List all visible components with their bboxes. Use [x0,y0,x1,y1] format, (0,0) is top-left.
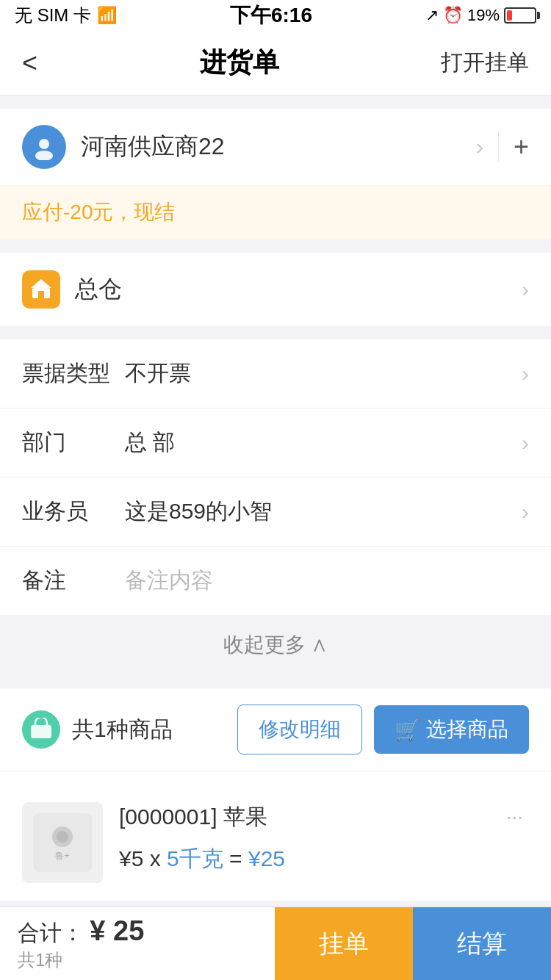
dept-label: 部门 [22,428,118,458]
back-button[interactable]: < [22,48,37,79]
product-icon [22,710,60,749]
invoice-value: 不开票 [118,359,514,389]
footer: 合计： ¥ 25 共1种 挂单 结算 [0,907,551,980]
avatar [22,125,66,169]
page-title: 进货单 [200,45,279,81]
remark-row[interactable]: 备注 备注内容 [0,547,551,615]
product-count: 共1种商品 [72,715,237,745]
open-hang-button[interactable]: 打开挂单 [441,48,529,78]
battery-percent: 19% [467,6,500,25]
warehouse-section: 总仓 › [0,253,551,326]
battery-icon [504,7,536,24]
remark-label: 备注 [22,566,118,596]
supplier-name: 河南供应商22 [81,131,476,163]
remark-input[interactable]: 备注内容 [118,566,529,596]
total-amount-line: 合计： ¥ 25 [18,915,257,948]
sales-value: 这是859的小智 [118,497,514,527]
product-section: 共1种商品 修改明细 🛒 选择商品 鲁+ [0000001] 苹果 ¥5 x [0,688,551,901]
product-header: 共1种商品 修改明细 🛒 选择商品 [0,688,551,771]
collapse-bar[interactable]: 收起更多 ∧ [0,615,551,675]
battery-fill [507,10,512,21]
dept-row[interactable]: 部门 总 部 › [0,408,551,478]
warehouse-row[interactable]: 总仓 › [0,253,551,326]
product-item: 鲁+ [0000001] 苹果 ¥5 x 5千克 = ¥25 ··· [0,785,551,901]
svg-marker-3 [31,279,51,288]
carrier-text: 无 SIM 卡 [15,4,91,27]
equals-sign: = [229,846,248,871]
svg-rect-4 [38,291,44,298]
warehouse-chevron-icon: › [522,277,529,302]
status-bar: 无 SIM 卡 📶 下午6:16 ↗ ⏰ 19% [0,0,551,31]
location-icon: ↗ [425,6,439,25]
product-price-line: ¥5 x 5千克 = ¥25 [119,844,500,874]
invoice-type-row[interactable]: 票据类型 不开票 › [0,339,551,408]
quantity: 5千克 [167,846,223,871]
product-name: [0000001] 苹果 [119,802,500,832]
status-right: ↗ ⏰ 19% [425,6,536,25]
select-product-button[interactable]: 🛒 选择商品 [374,705,529,754]
total-amount: ¥ 25 [90,915,144,946]
invoice-chevron-icon: › [522,361,529,386]
product-info: [0000001] 苹果 ¥5 x 5千克 = ¥25 [119,802,500,874]
invoice-label: 票据类型 [22,359,118,389]
dept-chevron-icon: › [522,430,529,455]
alarm-icon: ⏰ [443,6,463,25]
warehouse-icon [22,270,60,309]
status-time: 下午6:16 [230,1,312,29]
unit-price: ¥5 [119,846,143,871]
status-left: 无 SIM 卡 📶 [15,4,117,27]
supplier-row[interactable]: 河南供应商22 › + [0,109,551,185]
svg-text:鲁+: 鲁+ [55,851,69,861]
svg-point-8 [57,831,68,843]
sales-label: 业务员 [22,497,118,527]
wifi-icon: 📶 [97,6,117,25]
nav-bar: < 进货单 打开挂单 [0,31,551,96]
multiply-sign: x [150,846,167,871]
total-sub: 共1种 [18,948,257,972]
product-thumbnail: 鲁+ [22,802,103,883]
svg-rect-5 [31,725,51,738]
divider [498,132,499,162]
sales-chevron-icon: › [522,500,529,525]
sales-row[interactable]: 业务员 这是859的小智 › [0,478,551,547]
supplier-section: 河南供应商22 › + 应付-20元，现结 [0,109,551,239]
footer-total: 合计： ¥ 25 共1种 [0,907,275,980]
form-section: 票据类型 不开票 › 部门 总 部 › 业务员 这是859的小智 › 备注 备注… [0,339,551,615]
notice-bar: 应付-20元，现结 [0,185,551,239]
hang-button[interactable]: 挂单 [275,907,413,980]
cart-icon: 🛒 [395,718,420,742]
more-options-button[interactable]: ··· [500,802,529,832]
product-code: [0000001] [119,804,217,829]
pay-button[interactable]: 结算 [413,907,551,980]
svg-point-1 [35,151,53,160]
supplier-chevron-icon: › [476,134,483,159]
total-label: 合计： [18,920,84,945]
add-supplier-button[interactable]: + [514,131,529,162]
warehouse-name: 总仓 [75,273,514,306]
subtotal: ¥25 [248,846,285,871]
dept-value: 总 部 [118,428,514,458]
edit-detail-button[interactable]: 修改明细 [237,705,362,754]
svg-point-0 [39,139,49,149]
